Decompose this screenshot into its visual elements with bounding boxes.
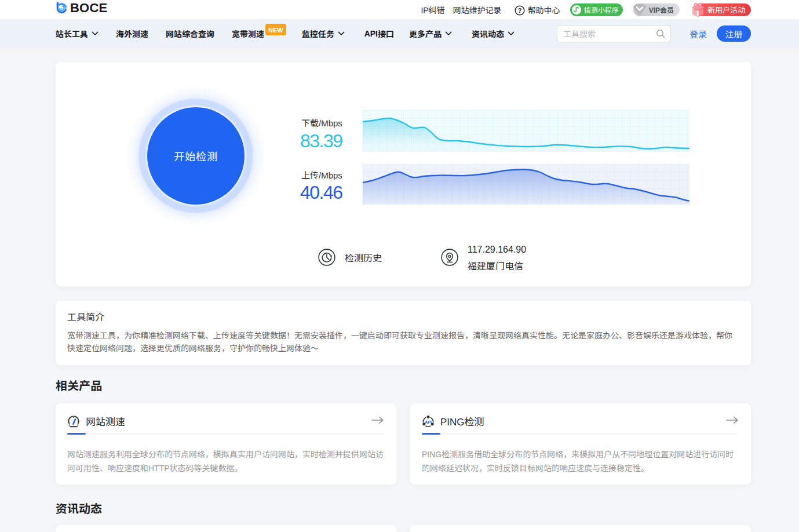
svg-text:API: API	[425, 420, 432, 424]
svg-text:?: ?	[517, 7, 521, 14]
